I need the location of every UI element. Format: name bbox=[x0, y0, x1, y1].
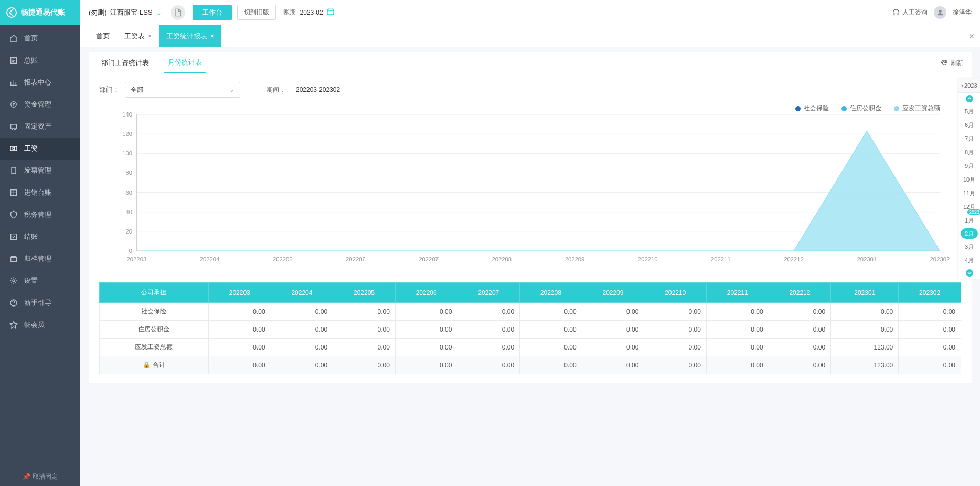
month-cell[interactable]: 9月 bbox=[958, 159, 980, 173]
calendar-icon[interactable] bbox=[326, 7, 335, 17]
help-link[interactable]: 人工咨询 bbox=[892, 8, 928, 17]
logo: 畅捷通易代账 bbox=[0, 0, 80, 25]
sidebar-item-member[interactable]: 畅会员 bbox=[0, 314, 80, 336]
close-icon[interactable]: × bbox=[148, 33, 152, 40]
cell: 0.00 bbox=[520, 339, 582, 356]
month-cell[interactable]: 2月 bbox=[961, 228, 978, 239]
username[interactable]: 徐泽华 bbox=[953, 8, 972, 17]
cell: 0.00 bbox=[644, 339, 707, 356]
doc-icon-button[interactable] bbox=[171, 5, 185, 20]
table-row: 应发工资总额0.000.000.000.000.000.000.000.000.… bbox=[100, 339, 961, 356]
th-col: 202209 bbox=[582, 283, 644, 303]
svg-text:202207: 202207 bbox=[419, 256, 439, 262]
sidebar-item-salary[interactable]: 工资 bbox=[0, 138, 80, 160]
svg-text:20: 20 bbox=[126, 228, 133, 235]
sidebar-item-inventory[interactable]: 进销台账 bbox=[0, 182, 80, 204]
user-icon bbox=[936, 8, 944, 17]
cell: 0.00 bbox=[644, 321, 707, 339]
settings-icon bbox=[9, 277, 18, 285]
svg-text:60: 60 bbox=[126, 189, 133, 196]
cell: 0.00 bbox=[706, 303, 769, 321]
tab-label: 首页 bbox=[96, 31, 110, 41]
cell: 0.00 bbox=[208, 339, 271, 356]
close-icon[interactable]: × bbox=[210, 33, 214, 40]
chevron-down-icon: ⌄ bbox=[229, 86, 235, 93]
unpin-button[interactable]: 📌 取消固定 bbox=[0, 467, 80, 486]
month-cell[interactable]: 6月 bbox=[958, 118, 980, 132]
sidebar-item-label: 工资 bbox=[24, 144, 38, 153]
svg-point-3 bbox=[12, 129, 13, 130]
switch-old-button[interactable]: 切到旧版 bbox=[237, 5, 276, 20]
workbench-button[interactable]: 工作台 bbox=[193, 5, 232, 20]
month-cell[interactable]: 1月2023 bbox=[958, 214, 980, 227]
svg-point-10 bbox=[13, 280, 15, 282]
sidebar-item-home[interactable]: 首页 bbox=[0, 27, 80, 49]
sidebar-item-settings[interactable]: 设置 bbox=[0, 270, 80, 292]
sidebar-item-closing[interactable]: 结账 bbox=[0, 226, 80, 248]
total-label: 🔒合计 bbox=[100, 356, 209, 374]
sidebar-item-guide[interactable]: 新手引导 bbox=[0, 292, 80, 314]
month-cell[interactable]: 11月 bbox=[958, 186, 980, 200]
month-cell[interactable]: 7月 bbox=[958, 132, 980, 145]
tabs-row: 首页工资表×工资统计报表×✕ bbox=[80, 25, 980, 47]
th-col: 202206 bbox=[395, 283, 457, 303]
sidebar-item-invoice[interactable]: 发票管理 bbox=[0, 160, 80, 182]
tab-2[interactable]: 工资统计报表× bbox=[159, 25, 221, 47]
refresh-icon bbox=[940, 59, 949, 67]
svg-text:202301: 202301 bbox=[857, 256, 877, 262]
dept-select[interactable]: 全部 ⌄ bbox=[125, 82, 240, 98]
dept-label: 部门： bbox=[99, 85, 120, 94]
legend-dot bbox=[841, 106, 847, 111]
sidebar-item-reports[interactable]: 报表中心 bbox=[0, 71, 80, 93]
sidebar-item-archive[interactable]: 归档管理 bbox=[0, 248, 80, 270]
company-name[interactable]: 江西服宝-LSS bbox=[110, 8, 153, 17]
subtab-0[interactable]: 部门工资统计表 bbox=[97, 52, 153, 73]
month-cell[interactable]: 5月 bbox=[958, 104, 980, 118]
reports-icon bbox=[9, 78, 18, 87]
period-range-value: 202203-202302 bbox=[296, 86, 340, 93]
month-cell[interactable]: 3月 bbox=[958, 240, 980, 253]
svg-text:202302: 202302 bbox=[930, 256, 950, 262]
month-cell[interactable]: 4月 bbox=[958, 253, 980, 267]
closing-icon bbox=[9, 233, 18, 241]
tab-label: 工资表 bbox=[124, 31, 145, 41]
year-tab[interactable]: ‹ 2023 bbox=[958, 78, 980, 93]
cell: 0.00 bbox=[899, 303, 961, 321]
rail-down-button[interactable] bbox=[958, 267, 980, 279]
period-value[interactable]: 2023-02 bbox=[300, 9, 323, 16]
sidebar-item-tax[interactable]: 税务管理 bbox=[0, 204, 80, 226]
sidebar-item-fixed-assets[interactable]: 固定资产 bbox=[0, 115, 80, 138]
sidebar-item-ledger[interactable]: 总账 bbox=[0, 49, 80, 71]
lock-icon: 🔒 bbox=[143, 361, 151, 368]
avatar[interactable] bbox=[934, 6, 946, 19]
cell: 0.00 bbox=[769, 303, 831, 321]
close-all-tabs-icon[interactable]: ✕ bbox=[968, 32, 975, 40]
tab-0[interactable]: 首页 bbox=[89, 25, 117, 47]
unpin-label: 取消固定 bbox=[33, 472, 58, 481]
cell: 0.00 bbox=[457, 303, 520, 321]
sidebar-item-funds[interactable]: 资金管理 bbox=[0, 93, 80, 115]
month-cell[interactable]: 8月 bbox=[958, 145, 980, 159]
sidebar-item-label: 进销台账 bbox=[24, 188, 51, 197]
svg-text:202204: 202204 bbox=[200, 256, 220, 262]
sidebar-item-label: 固定资产 bbox=[24, 122, 51, 131]
cell: 0.00 bbox=[582, 339, 644, 356]
month-cell[interactable]: 10月 bbox=[958, 173, 980, 186]
fixed-assets-icon bbox=[9, 122, 18, 131]
member-icon bbox=[9, 321, 18, 329]
rail-up-button[interactable] bbox=[958, 93, 980, 104]
row-label: 应发工资总额 bbox=[100, 339, 209, 356]
svg-text:202203: 202203 bbox=[127, 256, 147, 262]
legend-item[interactable]: 社会保险 bbox=[795, 104, 829, 113]
refresh-button[interactable]: 刷新 bbox=[940, 59, 963, 68]
subtab-1[interactable]: 月份统计表 bbox=[164, 52, 206, 73]
legend-item[interactable]: 住房公积金 bbox=[841, 104, 881, 113]
cell: 0.00 bbox=[395, 356, 457, 374]
logo-icon bbox=[6, 7, 17, 18]
legend-item[interactable]: 应发工资总额 bbox=[894, 104, 940, 113]
tab-1[interactable]: 工资表× bbox=[117, 25, 159, 47]
company-chevron-icon[interactable]: ⌄ bbox=[156, 8, 162, 17]
th-col: 202205 bbox=[333, 283, 396, 303]
cell: 0.00 bbox=[395, 321, 457, 339]
month-rail: ‹ 2023 5月6月7月8月9月10月11月12月1月20232月3月4月 bbox=[958, 78, 980, 279]
